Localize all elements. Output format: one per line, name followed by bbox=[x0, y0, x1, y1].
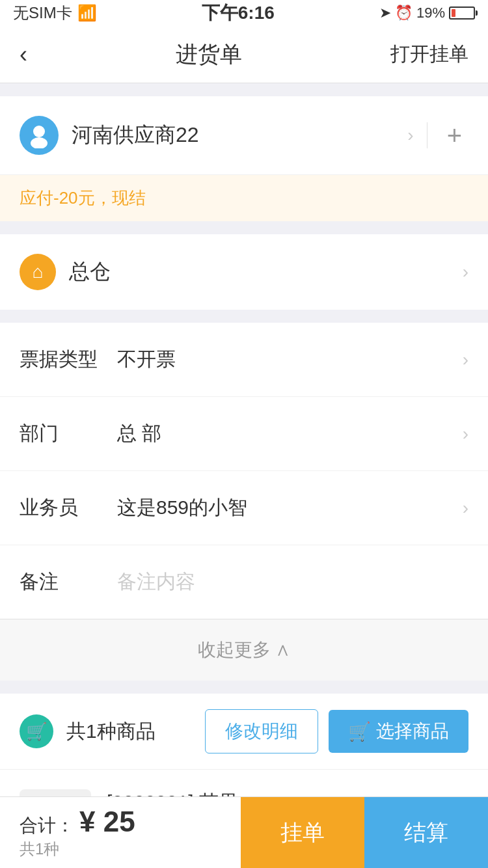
page-title: 进货单 bbox=[176, 40, 242, 70]
svg-point-0 bbox=[33, 126, 45, 137]
house-icon: ⌂ bbox=[33, 262, 44, 282]
count-label: 共1种 bbox=[20, 840, 59, 858]
battery-icon bbox=[449, 7, 475, 20]
salesman-chevron-icon: › bbox=[463, 498, 468, 519]
wifi-icon: 📶 bbox=[77, 4, 97, 22]
remark-row[interactable]: 备注 备注内容 bbox=[0, 545, 488, 619]
supplier-info-banner: 应付-20元，现结 bbox=[0, 175, 488, 221]
total-amount: ¥ 25 bbox=[79, 806, 135, 838]
carrier-text: 无SIM卡 bbox=[13, 3, 72, 23]
location-icon: ➤ bbox=[379, 5, 391, 21]
total-section: 合计： ¥ 25 共1种 bbox=[0, 797, 241, 868]
supplier-name: 河南供应商22 bbox=[72, 121, 407, 150]
avatar bbox=[20, 116, 59, 155]
select-product-button[interactable]: 🛒 选择商品 bbox=[329, 710, 468, 753]
modify-detail-button[interactable]: 修改明细 bbox=[205, 709, 318, 753]
warehouse-row[interactable]: ⌂ 总仓 › bbox=[0, 234, 488, 310]
cart-icon: 🛒 bbox=[20, 714, 53, 748]
content: 河南供应商22 › + 应付-20元，现结 ⌂ 总仓 › 票据类型 不开票 › … bbox=[0, 96, 488, 868]
supplier-row[interactable]: 河南供应商22 › + bbox=[0, 96, 488, 175]
status-time: 下午6:16 bbox=[202, 1, 275, 25]
nav-bar: ‹ 进货单 打开挂单 bbox=[0, 26, 488, 83]
warehouse-chevron-icon: › bbox=[463, 262, 468, 282]
select-product-label: 选择商品 bbox=[376, 719, 449, 744]
warehouse-name: 总仓 bbox=[69, 258, 463, 286]
checkout-button[interactable]: 结算 bbox=[364, 797, 488, 868]
svg-point-1 bbox=[31, 137, 47, 148]
back-button[interactable]: ‹ bbox=[20, 41, 27, 68]
supplier-chevron-icon: › bbox=[407, 125, 413, 146]
alarm-icon: ⏰ bbox=[395, 5, 413, 21]
form-section: 票据类型 不开票 › 部门 总 部 › 业务员 这是859的小智 › 备注 备注… bbox=[0, 323, 488, 619]
remark-input[interactable]: 备注内容 bbox=[117, 569, 468, 595]
salesman-row[interactable]: 业务员 这是859的小智 › bbox=[0, 471, 488, 545]
supplier-section: 河南供应商22 › + 应付-20元，现结 bbox=[0, 96, 488, 221]
status-right: ➤ ⏰ 19% bbox=[379, 5, 475, 21]
warehouse-icon: ⌂ bbox=[20, 254, 56, 290]
total-count: 共1种 bbox=[20, 838, 221, 860]
status-bar: 无SIM卡 📶 下午6:16 ➤ ⏰ 19% bbox=[0, 0, 488, 26]
open-pending-button[interactable]: 打开挂单 bbox=[390, 41, 468, 68]
ticket-type-chevron-icon: › bbox=[463, 349, 468, 370]
cart-emoji-icon: 🛒 bbox=[26, 722, 47, 742]
bottom-bar: 合计： ¥ 25 共1种 挂单 结算 bbox=[0, 796, 488, 868]
battery-percentage: 19% bbox=[416, 5, 445, 21]
add-supplier-button[interactable]: + bbox=[441, 121, 468, 150]
department-label: 部门 bbox=[20, 420, 117, 447]
product-header: 🛒 共1种商品 修改明细 🛒 选择商品 bbox=[0, 694, 488, 770]
remark-label: 备注 bbox=[20, 569, 117, 595]
hang-button[interactable]: 挂单 bbox=[241, 797, 364, 868]
department-row[interactable]: 部门 总 部 › bbox=[0, 397, 488, 471]
status-left: 无SIM卡 📶 bbox=[13, 3, 97, 23]
department-value: 总 部 bbox=[117, 420, 463, 447]
collapse-button[interactable]: 收起更多 ∧ bbox=[0, 619, 488, 681]
salesman-value: 这是859的小智 bbox=[117, 495, 463, 521]
department-chevron-icon: › bbox=[463, 424, 468, 444]
select-product-cart-icon: 🛒 bbox=[348, 721, 371, 742]
warehouse-section: ⌂ 总仓 › bbox=[0, 234, 488, 310]
product-count: 共1种商品 bbox=[66, 718, 205, 745]
divider bbox=[427, 122, 427, 148]
ticket-type-row[interactable]: 票据类型 不开票 › bbox=[0, 323, 488, 397]
total-label: 合计： bbox=[20, 813, 74, 838]
ticket-type-label: 票据类型 bbox=[20, 346, 117, 373]
total-row: 合计： ¥ 25 bbox=[20, 806, 221, 838]
ticket-type-value: 不开票 bbox=[117, 346, 463, 373]
salesman-label: 业务员 bbox=[20, 495, 117, 521]
